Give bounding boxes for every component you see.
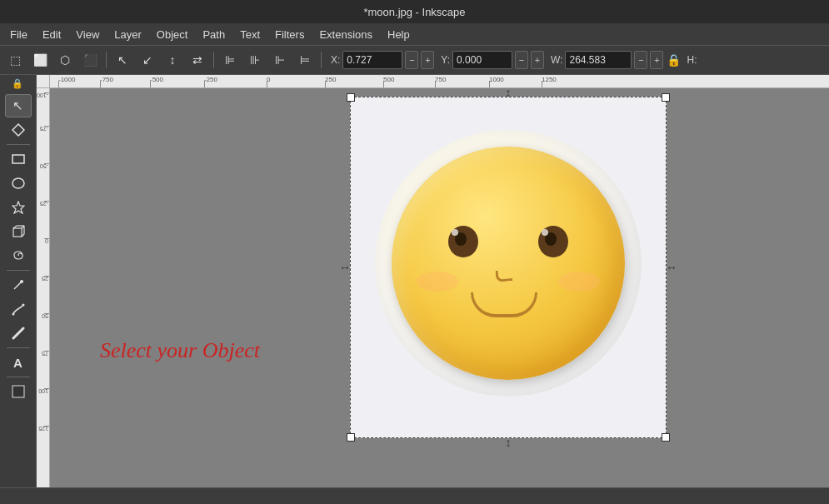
svg-marker-3 — [12, 202, 24, 213]
menu-object[interactable]: Object — [150, 27, 195, 42]
ruler-v-label: 25 — [37, 276, 48, 282]
x-coord-group: X: − + — [331, 51, 434, 69]
ruler-vertical: -100-75-50-250255075100125 — [37, 88, 50, 487]
y-input[interactable] — [452, 51, 512, 69]
ruler-v-tick — [44, 92, 49, 93]
canvas-lock-icon: 🔒 — [12, 78, 23, 89]
ruler-h-label: 1000 — [489, 76, 504, 83]
toolbox: 🔒 ↖ — [0, 75, 37, 487]
toolbar-align-center[interactable]: ⊪ — [243, 49, 267, 71]
menu-file[interactable]: File — [3, 27, 34, 42]
y-label: Y: — [441, 54, 450, 66]
ruler-v-label: -50 — [37, 163, 48, 169]
moon-right-eye — [538, 226, 568, 257]
handle-left-mid[interactable]: ↔ — [339, 261, 351, 274]
ellipse-tool-btn[interactable] — [5, 172, 32, 195]
toolbar-align-right2[interactable]: ⊨ — [293, 49, 317, 71]
x-increment[interactable]: + — [421, 51, 434, 69]
ruler-v-label: 100 — [37, 388, 48, 394]
svg-rect-15 — [12, 386, 24, 397]
ruler-v-label: 0 — [37, 238, 48, 244]
moon-left-cheek — [417, 272, 458, 292]
ruler-h-label: -500 — [150, 76, 163, 83]
ruler-h-inner: -1000-750-500-250025050075010001250 — [50, 75, 829, 87]
node-tool-btn[interactable] — [5, 118, 32, 142]
ruler-v-tick — [44, 388, 49, 389]
menu-text[interactable]: Text — [233, 27, 267, 42]
ruler-v-inner: -100-75-50-250255075100125 — [37, 88, 49, 487]
ruler-v-tick — [44, 238, 49, 239]
moon-face — [392, 147, 625, 380]
x-input[interactable] — [342, 51, 402, 69]
menu-layer[interactable]: Layer — [107, 27, 148, 42]
menu-filters[interactable]: Filters — [268, 27, 311, 42]
menu-extensions[interactable]: Extensions — [312, 27, 379, 42]
y-decrement[interactable]: − — [515, 51, 528, 69]
svg-rect-4 — [13, 228, 22, 237]
3dbox-tool-btn[interactable] — [5, 220, 32, 243]
menu-help[interactable]: Help — [381, 27, 417, 42]
selector-tool-btn[interactable]: ↖ — [5, 94, 32, 117]
svg-point-13 — [22, 304, 24, 307]
ruler-h-tick — [58, 81, 59, 87]
svg-point-12 — [12, 313, 14, 316]
ruler-h-tick — [204, 81, 205, 87]
toolbar-btn-8[interactable]: ⇄ — [186, 49, 209, 71]
canvas-inner[interactable]: ↕ ↕ ↔ ↔ Select your Object — [50, 88, 829, 487]
ruler-h-label: -1000 — [58, 76, 75, 83]
moon-mouth — [471, 292, 537, 317]
toolbar-sep-1 — [106, 52, 107, 68]
menubar: File Edit View Layer Object Path Text Fi… — [0, 23, 829, 45]
toolbar-btn-7[interactable]: ↕ — [161, 49, 184, 71]
ruler-v-tick — [44, 276, 49, 277]
pen-tool-btn[interactable] — [5, 297, 32, 321]
w-increment[interactable]: + — [650, 51, 663, 69]
toolbar-btn-4[interactable]: ⬛ — [78, 49, 102, 71]
menu-view[interactable]: View — [69, 27, 106, 42]
w-decrement[interactable]: − — [634, 51, 647, 69]
x-decrement[interactable]: − — [405, 51, 418, 69]
ruler-v-tick — [44, 313, 49, 314]
handle-right-mid[interactable]: ↔ — [666, 261, 677, 274]
moon-image — [358, 113, 658, 413]
spiral-tool-btn[interactable] — [5, 244, 32, 267]
toolbar-btn-1[interactable]: ⬚ — [3, 49, 27, 71]
ruler-h-tick — [542, 81, 542, 87]
lock-aspect-button[interactable]: 🔒 — [665, 51, 682, 69]
toolbar-btn-2[interactable]: ⬜ — [28, 49, 52, 71]
menu-edit[interactable]: Edit — [36, 27, 67, 42]
ruler-v-tick — [44, 426, 49, 427]
ruler-h-label: 1250 — [542, 76, 557, 83]
moon-right-eye-shine — [542, 229, 548, 236]
ruler-h-label: -250 — [204, 76, 217, 83]
calligraphy-tool-btn[interactable] — [5, 322, 32, 345]
toolbar-btn-6[interactable]: ↙ — [136, 49, 159, 71]
star-tool-btn[interactable] — [5, 196, 32, 219]
w-input[interactable] — [565, 51, 632, 69]
ruler-v-label: -75 — [37, 126, 48, 132]
text-tool-btn[interactable]: A — [5, 351, 32, 374]
toolbar-sep-2 — [213, 52, 214, 68]
svg-point-2 — [12, 178, 24, 188]
ruler-v-label: -25 — [37, 201, 48, 207]
canvas-wrapper[interactable]: -1000-750-500-250025050075010001250 -100… — [37, 75, 829, 487]
statusbar — [0, 487, 829, 504]
toolbar: ⬚ ⬜ ⬡ ⬛ ↖ ↙ ↕ ⇄ ⊫ ⊪ ⊩ ⊨ X: − + Y: − + W:… — [0, 45, 829, 75]
fill-tool-btn[interactable] — [5, 380, 32, 403]
rect-tool-btn[interactable] — [5, 147, 32, 171]
svg-line-14 — [13, 328, 23, 338]
menu-path[interactable]: Path — [196, 27, 232, 42]
moon-nose — [495, 269, 512, 282]
pencil-tool-btn[interactable] — [5, 273, 32, 297]
toolbar-btn-5[interactable]: ↖ — [111, 49, 134, 71]
x-label: X: — [331, 54, 340, 66]
w-coord-group: W: − + — [551, 51, 663, 69]
toolbar-btn-3[interactable]: ⬡ — [53, 49, 77, 71]
y-increment[interactable]: + — [531, 51, 544, 69]
moon-left-eye — [448, 226, 478, 257]
ruler-h-tick — [100, 81, 101, 87]
toolbar-align-right[interactable]: ⊩ — [268, 49, 292, 71]
ruler-h-label: 250 — [325, 76, 336, 83]
svg-point-11 — [20, 280, 23, 283]
toolbar-align-left[interactable]: ⊫ — [218, 49, 242, 71]
